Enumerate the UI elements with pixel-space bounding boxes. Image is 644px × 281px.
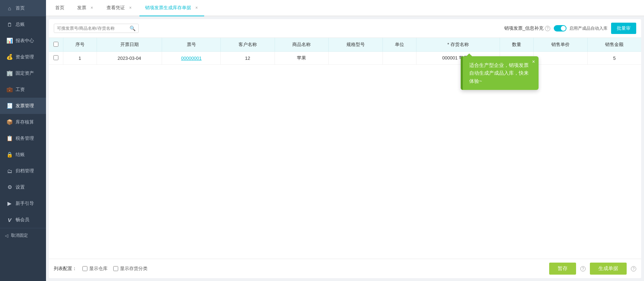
tooltip-close-button[interactable]: × bbox=[532, 59, 535, 64]
col-header-date: 开票日期 bbox=[97, 38, 162, 52]
footer: 列表配置： 显示仓库 显示存货分类 暂存 ? 生成单据 ? bbox=[49, 259, 641, 278]
main-table: 序号 开票日期 票号 客户名称 商品名称 规格型号 单位 * 存货名称 数量 销… bbox=[49, 38, 641, 65]
tab-voucher-label: 查看凭证 bbox=[107, 5, 125, 11]
fixed-assets-icon: 🏢 bbox=[6, 70, 13, 76]
sidebar-item-label: 库存核算 bbox=[16, 119, 34, 125]
row-date: 2023-03-04 bbox=[97, 52, 162, 65]
toggle-label: 启用产成品自动入库 bbox=[569, 25, 608, 31]
col-header-model: 规格型号 bbox=[329, 38, 383, 52]
generate-button[interactable]: 生成单据 bbox=[590, 263, 627, 275]
tab-cancel-invoice-label: 销项发票生成库存单据 bbox=[145, 5, 191, 11]
search-box[interactable]: 🔍 bbox=[54, 24, 139, 33]
toolbar: 🔍 销项发票_信息补充 ? 启用产成品自动入库 批量审 bbox=[49, 19, 641, 38]
sidebar-item-label: 新手引导 bbox=[16, 200, 34, 207]
show-inventory-category-checkbox[interactable] bbox=[113, 266, 118, 271]
row-checkbox[interactable] bbox=[53, 55, 58, 60]
save-help-icon[interactable]: ? bbox=[580, 266, 586, 271]
sidebar-item-member[interactable]: V 畅会员 bbox=[0, 212, 46, 228]
funds-icon: 💰 bbox=[6, 54, 13, 60]
sidebar-item-label: 工资 bbox=[16, 86, 25, 93]
tab-invoice-close[interactable]: × bbox=[90, 5, 94, 10]
sidebar-item-label: 资金管理 bbox=[16, 54, 34, 60]
cancel-fixed-button[interactable]: ◁ 取消固定 bbox=[0, 228, 46, 243]
main-area: 首页 发票 × 查看凭证 × 销项发票生成库存单据 × 🔍 bbox=[46, 0, 644, 281]
row-ticket-no[interactable]: 00000001 bbox=[162, 52, 221, 65]
sidebar-item-close[interactable]: 🔒 结账 bbox=[0, 147, 46, 163]
sidebar: ⌂ 首页 🗒 总账 📊 报表中心 💰 资金管理 🏢 固定资产 💼 工资 🧾 发票… bbox=[0, 0, 46, 281]
tab-voucher-close[interactable]: × bbox=[128, 5, 132, 10]
col-header-unit: 单位 bbox=[383, 38, 416, 52]
tab-home[interactable]: 首页 bbox=[50, 0, 70, 16]
batch-button[interactable]: 批量审 bbox=[611, 23, 636, 34]
sidebar-item-tax[interactable]: 📋 税务管理 bbox=[0, 130, 46, 147]
reports-icon: 📊 bbox=[6, 38, 13, 44]
row-customer: 12 bbox=[220, 52, 275, 65]
toggle-area: 启用产成品自动入库 bbox=[554, 25, 608, 31]
toolbar-left: 🔍 bbox=[54, 24, 139, 33]
sidebar-item-home[interactable]: ⌂ 首页 bbox=[0, 0, 46, 16]
sidebar-item-label: 总账 bbox=[16, 21, 25, 28]
row-unit-price bbox=[534, 52, 588, 65]
tab-voucher[interactable]: 查看凭证 × bbox=[101, 0, 138, 16]
search-input[interactable] bbox=[57, 26, 127, 31]
row-product: 苹果 bbox=[275, 52, 329, 65]
col-header-unit-price: 销售单价 bbox=[534, 38, 588, 52]
ticket-no-link[interactable]: 00000001 bbox=[181, 56, 202, 61]
sidebar-item-settings[interactable]: ⚙ 设置 bbox=[0, 179, 46, 195]
col-header-qty: 数量 bbox=[500, 38, 534, 52]
row-checkbox-cell bbox=[49, 52, 63, 65]
col-header-ticket-no: 票号 bbox=[162, 38, 221, 52]
tooltip-text: 适合生产型企业，销项发票自动生成产成品入库，快来体验~ bbox=[466, 61, 533, 85]
cancel-fixed-icon: ◁ bbox=[5, 233, 8, 238]
auto-warehouse-toggle[interactable] bbox=[554, 25, 567, 31]
tooltip-bar bbox=[461, 56, 463, 90]
col-header-seq: 序号 bbox=[63, 38, 97, 52]
sidebar-item-label: 固定资产 bbox=[16, 70, 34, 76]
tab-home-label: 首页 bbox=[55, 5, 64, 11]
tab-bar: 首页 发票 × 查看凭证 × 销项发票生成库存单据 × bbox=[46, 0, 644, 16]
sidebar-item-label: 设置 bbox=[16, 184, 25, 190]
search-icon[interactable]: 🔍 bbox=[130, 25, 136, 31]
footer-left: 列表配置： 显示仓库 显示存货分类 bbox=[54, 265, 148, 272]
footer-right: 暂存 ? 生成单据 ? bbox=[549, 263, 636, 275]
info-help-icon[interactable]: ? bbox=[545, 26, 550, 31]
sidebar-item-label: 归档管理 bbox=[16, 168, 34, 174]
row-amount: 5 bbox=[587, 52, 641, 65]
col-header-inventory-name: * 存货名称 bbox=[416, 38, 500, 52]
ledger-icon: 🗒 bbox=[6, 22, 13, 28]
col-header-amount: 销售金额 bbox=[587, 38, 641, 52]
sidebar-item-label: 畅会员 bbox=[16, 217, 29, 223]
row-model bbox=[329, 52, 383, 65]
col-header-product: 商品名称 bbox=[275, 38, 329, 52]
tax-icon: 📋 bbox=[6, 135, 13, 142]
sidebar-item-guide[interactable]: ▶ 新手引导 bbox=[0, 195, 46, 212]
show-warehouse-label: 显示仓库 bbox=[89, 265, 108, 272]
select-all-checkbox[interactable] bbox=[53, 42, 58, 47]
show-inventory-category-option[interactable]: 显示存货分类 bbox=[113, 265, 148, 272]
tab-cancel-invoice-close[interactable]: × bbox=[195, 5, 199, 10]
config-label: 列表配置： bbox=[54, 265, 77, 272]
sidebar-item-invoice-mgmt[interactable]: 🧾 发票管理 bbox=[0, 98, 46, 114]
show-inventory-category-label: 显示存货分类 bbox=[120, 265, 148, 272]
show-warehouse-checkbox[interactable] bbox=[82, 266, 87, 271]
col-header-checkbox bbox=[49, 38, 63, 52]
sidebar-item-ledger[interactable]: 🗒 总账 bbox=[0, 16, 46, 33]
table-container: 序号 开票日期 票号 客户名称 商品名称 规格型号 单位 * 存货名称 数量 销… bbox=[49, 38, 641, 259]
sidebar-item-inventory[interactable]: 📦 库存核算 bbox=[0, 114, 46, 130]
show-warehouse-option[interactable]: 显示仓库 bbox=[82, 265, 108, 272]
save-button[interactable]: 暂存 bbox=[549, 263, 576, 275]
tab-cancel-invoice[interactable]: 销项发票生成库存单据 × bbox=[139, 0, 204, 16]
sidebar-item-funds[interactable]: 💰 资金管理 bbox=[0, 49, 46, 65]
toolbar-right: 销项发票_信息补充 ? 启用产成品自动入库 批量审 bbox=[504, 23, 636, 34]
settings-icon: ⚙ bbox=[6, 184, 13, 190]
sidebar-item-reports[interactable]: 📊 报表中心 bbox=[0, 33, 46, 49]
row-unit bbox=[383, 52, 416, 65]
generate-help-icon[interactable]: ? bbox=[631, 266, 636, 271]
tab-invoice[interactable]: 发票 × bbox=[71, 0, 99, 16]
tab-invoice-label: 发票 bbox=[77, 5, 86, 11]
info-label-text: 销项发票_信息补充 bbox=[504, 25, 544, 31]
sidebar-item-archive[interactable]: 🗂 归档管理 bbox=[0, 163, 46, 179]
sidebar-item-fixed-assets[interactable]: 🏢 固定资产 bbox=[0, 65, 46, 81]
sidebar-item-salary[interactable]: 💼 工资 bbox=[0, 81, 46, 98]
cancel-fixed-label: 取消固定 bbox=[11, 233, 28, 239]
